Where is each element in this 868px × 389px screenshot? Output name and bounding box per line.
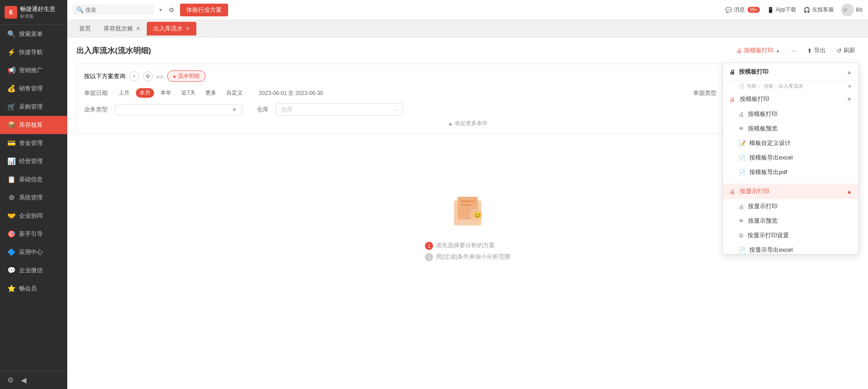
sidebar-icon-enterprise: 🤝 <box>7 212 15 220</box>
print-item-template-preview[interactable]: 👁按模板预览 <box>723 121 858 136</box>
filter-chip[interactable]: ● 流水明细 <box>167 70 206 82</box>
export-button[interactable]: ⬆ 导出 <box>803 45 829 56</box>
message-icon: 💬 <box>725 7 732 13</box>
sidebar-bottom: ⚙ ◀ <box>0 371 67 389</box>
topbar-search[interactable]: 🔍 <box>73 5 155 15</box>
template-items-list: 🖨按模板打印👁按模板预览📝模板自定义设计📄按模板导出excel📄按模板导出pdf <box>723 107 858 180</box>
print-item-display-print-settings[interactable]: ⚙按显示打印设置 <box>723 228 858 243</box>
sidebar-menu: 🔍搜索菜单⚡快捷导航📢营销推广💰销售管理🛒采购管理📦库存核算💳资金管理📊经营管理… <box>0 25 67 371</box>
page-title: 出入库流水(流水明细) <box>76 45 151 56</box>
print-item-display-preview[interactable]: 👁按显示预览 <box>723 214 858 228</box>
date-btn-本月[interactable]: 本月 <box>136 88 154 98</box>
sidebar-icon-basic-info: 📋 <box>7 175 15 184</box>
sidebar-item-membership[interactable]: ⭐畅会员 <box>0 279 67 298</box>
sidebar-label-app-center: 应用中心 <box>19 248 43 256</box>
sidebar-item-quick-nav[interactable]: ⚡快捷导航 <box>0 43 67 61</box>
collapse-button[interactable]: ▲ 收起更多条件 <box>448 120 488 127</box>
headset-icon: 🎧 <box>803 7 810 13</box>
sidebar-item-sales[interactable]: 💰销售管理 <box>0 80 67 98</box>
sidebar-item-purchase[interactable]: 🛒采购管理 <box>0 98 67 116</box>
sidebar-label-operations: 经营管理 <box>19 157 43 165</box>
date-btn-更多[interactable]: 更多 <box>202 88 220 98</box>
window-close-button[interactable]: ✕ <box>839 6 852 14</box>
sidebar-label-finance: 资金管理 <box>19 139 43 147</box>
topbar-gear-icon[interactable]: ⚙ <box>169 6 175 14</box>
doc-type-label: 单据类型 <box>693 89 717 97</box>
settings-icon[interactable]: ⚙ <box>7 376 14 384</box>
sidebar-logo: 6 畅捷通好生意 标准版 <box>0 0 67 25</box>
tab-close-inventory-flow[interactable]: ✕ <box>185 25 190 32</box>
print-item-template-print[interactable]: 🖨按模板打印 <box>723 107 858 121</box>
date-btn-上月[interactable]: 上月 <box>115 88 133 98</box>
print-dropdown-scroll: 🖨 按模板打印 ▲ 📄 当前： 当前：出入库流水 ▼ 🖨 按模板打印 ▼ <box>723 63 858 254</box>
window-maximize-button[interactable]: ⤢ <box>852 6 864 14</box>
industry-solution-button[interactable]: 体验行业方案 <box>180 4 228 16</box>
collapse-icon[interactable]: ◀ <box>21 376 26 384</box>
message-button[interactable]: 💬 消息 99+ <box>725 6 760 14</box>
display-section-chevron: ▲ <box>846 188 852 195</box>
date-filters: 上月本月本年近7天更多自定义 <box>115 88 246 98</box>
tab-inventory-flow[interactable]: 出入库流水✕ <box>147 22 196 35</box>
refresh-icon: ↺ <box>837 47 842 54</box>
sidebar: 6 畅捷通好生意 标准版 🔍搜索菜单⚡快捷导航📢营销推广💰销售管理🛒采购管理📦库… <box>0 0 67 389</box>
app-logo-text: 畅捷通好生意 标准版 <box>20 5 55 19</box>
warehouse-label: 仓库 <box>257 105 269 114</box>
sidebar-label-search-menu: 搜索菜单 <box>19 30 43 38</box>
business-type-select[interactable]: ▼ <box>115 104 242 115</box>
sidebar-item-search-menu[interactable]: 🔍搜索菜单 <box>0 25 67 43</box>
sidebar-icon-system: ⚙ <box>7 194 15 202</box>
sidebar-item-finance[interactable]: 💳资金管理 <box>0 134 67 152</box>
tab-label-inventory-flow: 出入库流水 <box>153 25 183 33</box>
sidebar-item-basic-info[interactable]: 📋基础信息 <box>0 170 67 189</box>
print-template-button[interactable]: 🖨 按模板打印 ▲ <box>733 45 784 56</box>
filter-add-button[interactable]: ＋ <box>129 71 139 81</box>
empty-step-2: 2 用[过滤]条件来缩小分析范围 <box>425 253 510 261</box>
date-btn-近7天[interactable]: 近7天 <box>178 88 199 98</box>
collapse-up-icon: ▲ <box>448 120 453 127</box>
sidebar-item-enterprise[interactable]: 🤝企业协同 <box>0 207 67 225</box>
content-area: 出入库流水(流水明细) 🖨 按模板打印 ▲ ··· ⬆ 导出 ↺ 刷新 <box>67 37 868 389</box>
sidebar-item-marketing[interactable]: 📢营销推广 <box>0 61 67 80</box>
ellipsis-button[interactable]: ··· <box>788 45 800 56</box>
sidebar-label-marketing: 营销推广 <box>19 66 43 75</box>
refresh-button[interactable]: ↺ 刷新 <box>833 45 859 56</box>
online-service-button[interactable]: 🎧 在线客服 <box>803 6 834 14</box>
sidebar-item-app-center[interactable]: 🔷应用中心 <box>0 243 67 261</box>
sidebar-item-enterprise-wx[interactable]: 💬企业微信 <box>0 261 67 279</box>
display-print-icon: 🖨 <box>729 188 735 195</box>
template-print-section-header[interactable]: 🖨 按模板打印 ▼ <box>723 91 858 107</box>
search-input[interactable] <box>85 7 140 13</box>
sidebar-item-system[interactable]: ⚙系统管理 <box>0 189 67 207</box>
filter-collapse-icon[interactable]: «» <box>156 73 164 80</box>
item-label-template-custom: 模板自定义设计 <box>749 139 791 147</box>
filter-setting-button[interactable]: ⚙ <box>143 71 153 81</box>
date-btn-本年[interactable]: 本年 <box>157 88 175 98</box>
sidebar-label-guide: 新手引导 <box>19 230 43 238</box>
sidebar-icon-finance: 💳 <box>7 139 15 147</box>
print-item-template-export-pdf[interactable]: 📄按模板导出pdf <box>723 165 858 180</box>
tab-home[interactable]: 首页 <box>73 22 97 35</box>
date-btn-自定义[interactable]: 自定义 <box>223 88 246 98</box>
sidebar-label-basic-info: 基础信息 <box>19 175 43 184</box>
print-item-display-export-excel[interactable]: 📄按显示导出excel <box>723 243 858 254</box>
print-item-template-export-excel[interactable]: 📄按模板导出excel <box>723 150 858 165</box>
app-download-button[interactable]: 📱 App下载 <box>767 6 796 14</box>
topbar-dropdown-arrow[interactable]: ▼ <box>158 7 163 13</box>
item-label-display-print-settings: 按显示打印设置 <box>748 231 789 239</box>
svg-text:😊: 😊 <box>474 211 482 219</box>
tab-inventory-batch[interactable]: 库存批次账✕ <box>97 22 147 35</box>
item-label-template-print: 按模板打印 <box>748 110 778 118</box>
print-item-display-print[interactable]: 🖨按显示打印 <box>723 199 858 214</box>
sidebar-item-guide[interactable]: 🎯新手引导 <box>0 225 67 243</box>
sidebar-label-membership: 畅会员 <box>19 284 37 293</box>
display-print-section-header[interactable]: 🖨 按显示打印 ▲ <box>723 184 858 199</box>
empty-state-icon: 😊 <box>445 187 490 232</box>
sidebar-icon-inventory: 📦 <box>7 121 15 129</box>
warehouse-select[interactable]: 仓库 ··· <box>276 103 403 116</box>
sidebar-item-inventory[interactable]: 📦库存核算 <box>0 116 67 134</box>
print-dropdown-panel: 🖨 按模板打印 ▲ 📄 当前： 当前：出入库流水 ▼ 🖨 按模板打印 ▼ <box>723 63 859 254</box>
print-item-template-custom[interactable]: 📝模板自定义设计 <box>723 136 858 150</box>
filter-section-label: 按以下方案查询 <box>84 72 125 80</box>
sidebar-item-operations[interactable]: 📊经营管理 <box>0 152 67 170</box>
tab-close-inventory-batch[interactable]: ✕ <box>136 25 140 32</box>
